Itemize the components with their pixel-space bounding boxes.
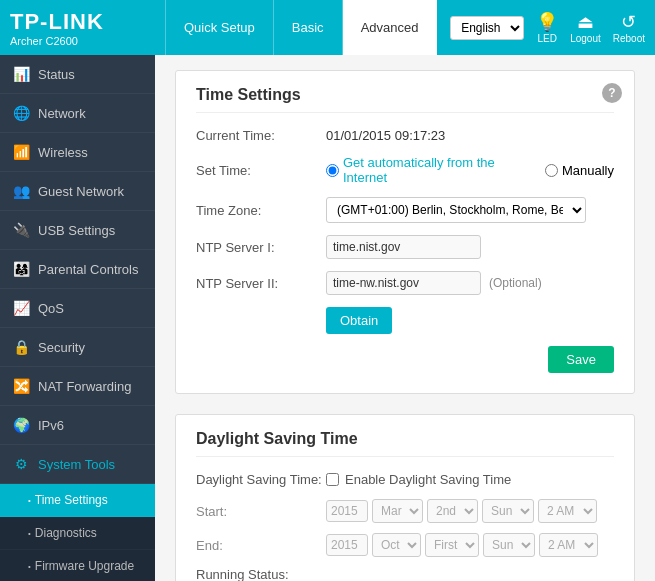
logo-area: TP-LINK Archer C2600	[10, 9, 165, 47]
ntp1-row: NTP Server I:	[196, 235, 614, 259]
sub-label-firmware: Firmware Upgrade	[35, 559, 134, 573]
running-status-label: Running Status:	[196, 567, 326, 581]
dst-enable-label: Daylight Saving Time:	[196, 472, 326, 487]
sidebar-item-usb-settings[interactable]: 🔌 USB Settings	[0, 211, 155, 250]
bullet-icon: •	[28, 496, 31, 505]
dst-start-row: Start: Mar 2nd Sun 2 AM	[196, 499, 614, 523]
logo-tp: TP-LINK	[10, 9, 165, 35]
dst-end-week[interactable]: First	[425, 533, 479, 557]
sub-label-time-settings: Time Settings	[35, 493, 108, 507]
dst-start-time[interactable]: 2 AM	[538, 499, 597, 523]
sub-item-firmware-upgrade[interactable]: • Firmware Upgrade	[0, 550, 155, 581]
header: TP-LINK Archer C2600 Quick Setup Basic A…	[0, 0, 655, 55]
reboot-icon: ↺	[621, 11, 636, 33]
sidebar-item-guest-network[interactable]: 👥 Guest Network	[0, 172, 155, 211]
daylight-saving-title: Daylight Saving Time	[196, 430, 614, 457]
sidebar-label-qos: QoS	[38, 301, 64, 316]
logo-model: Archer C2600	[10, 35, 165, 47]
ipv6-icon: 🌍	[12, 416, 30, 434]
led-button[interactable]: 💡 LED	[536, 11, 558, 44]
dst-start-week[interactable]: 2nd	[427, 499, 478, 523]
radio-manual-option[interactable]: Manually	[545, 163, 614, 178]
ntp1-label: NTP Server I:	[196, 240, 326, 255]
tab-advanced[interactable]: Advanced	[343, 0, 438, 55]
radio-auto-label: Get automatically from the Internet	[343, 155, 529, 185]
led-label: LED	[537, 33, 556, 44]
parental-icon: 👨‍👩‍👧	[12, 260, 30, 278]
sidebar-label-usb: USB Settings	[38, 223, 115, 238]
dst-start-year[interactable]	[326, 500, 368, 522]
status-icon: 📊	[12, 65, 30, 83]
dst-end-day[interactable]: Sun	[483, 533, 535, 557]
dst-end-month[interactable]: Oct	[372, 533, 421, 557]
ntp1-input[interactable]	[326, 235, 481, 259]
dst-enable-checkbox[interactable]	[326, 473, 339, 486]
radio-auto-input[interactable]	[326, 164, 339, 177]
sub-item-diagnostics[interactable]: • Diagnostics	[0, 517, 155, 550]
sidebar: 📊 Status 🌐 Network 📶 Wireless 👥 Guest Ne…	[0, 55, 155, 581]
current-time-label: Current Time:	[196, 128, 326, 143]
ntp2-input[interactable]	[326, 271, 481, 295]
sidebar-label-wireless: Wireless	[38, 145, 88, 160]
sidebar-label-ipv6: IPv6	[38, 418, 64, 433]
security-icon: 🔒	[12, 338, 30, 356]
sidebar-label-parental: Parental Controls	[38, 262, 138, 277]
sidebar-label-system-tools: System Tools	[38, 457, 115, 472]
time-settings-section: Time Settings ? Current Time: 01/01/2015…	[175, 70, 635, 394]
bullet-icon: •	[28, 562, 31, 571]
current-time-row: Current Time: 01/01/2015 09:17:23	[196, 128, 614, 143]
obtain-row: Obtain	[196, 307, 614, 334]
guest-network-icon: 👥	[12, 182, 30, 200]
bullet-icon: •	[28, 529, 31, 538]
radio-manual-input[interactable]	[545, 164, 558, 177]
sub-item-time-settings[interactable]: • Time Settings	[0, 484, 155, 517]
sidebar-item-qos[interactable]: 📈 QoS	[0, 289, 155, 328]
sidebar-item-ipv6[interactable]: 🌍 IPv6	[0, 406, 155, 445]
dst-start-day[interactable]: Sun	[482, 499, 534, 523]
dst-enable-text: Enable Daylight Saving Time	[345, 472, 511, 487]
dst-start-month[interactable]: Mar	[372, 499, 423, 523]
time-save-button[interactable]: Save	[548, 346, 614, 373]
dst-end-label: End:	[196, 538, 326, 553]
content-area: Time Settings ? Current Time: 01/01/2015…	[155, 55, 655, 581]
wireless-icon: 📶	[12, 143, 30, 161]
help-button[interactable]: ?	[602, 83, 622, 103]
sidebar-item-parental-controls[interactable]: 👨‍👩‍👧 Parental Controls	[0, 250, 155, 289]
sidebar-item-status[interactable]: 📊 Status	[0, 55, 155, 94]
tab-basic[interactable]: Basic	[274, 0, 343, 55]
dst-end-fields: Oct First Sun 2 AM	[326, 533, 598, 557]
system-tools-icon: ⚙	[12, 455, 30, 473]
sidebar-label-security: Security	[38, 340, 85, 355]
sidebar-label-status: Status	[38, 67, 75, 82]
language-select[interactable]: English	[450, 16, 524, 40]
dst-end-year[interactable]	[326, 534, 368, 556]
optional-label: (Optional)	[489, 276, 542, 290]
sidebar-item-nat-forwarding[interactable]: 🔀 NAT Forwarding	[0, 367, 155, 406]
dst-end-row: End: Oct First Sun 2 AM	[196, 533, 614, 557]
sidebar-item-system-tools[interactable]: ⚙ System Tools	[0, 445, 155, 484]
timezone-select[interactable]: (GMT+01:00) Berlin, Stockholm, Rome, Ber…	[326, 197, 586, 223]
tab-quick-setup[interactable]: Quick Setup	[165, 0, 274, 55]
ntp2-row: NTP Server II: (Optional)	[196, 271, 614, 295]
current-time-value: 01/01/2015 09:17:23	[326, 128, 445, 143]
logout-button[interactable]: ⏏ Logout	[570, 11, 601, 44]
timezone-label: Time Zone:	[196, 203, 326, 218]
sidebar-item-security[interactable]: 🔒 Security	[0, 328, 155, 367]
sidebar-label-network: Network	[38, 106, 86, 121]
set-time-row: Set Time: Get automatically from the Int…	[196, 155, 614, 185]
sidebar-item-wireless[interactable]: 📶 Wireless	[0, 133, 155, 172]
set-time-label: Set Time:	[196, 163, 326, 178]
running-status-row: Running Status:	[196, 567, 614, 581]
dst-end-time[interactable]: 2 AM	[539, 533, 598, 557]
dst-enable-checkbox-label[interactable]: Enable Daylight Saving Time	[326, 472, 511, 487]
reboot-label: Reboot	[613, 33, 645, 44]
dst-enable-row: Daylight Saving Time: Enable Daylight Sa…	[196, 472, 614, 487]
logout-label: Logout	[570, 33, 601, 44]
header-right: English 💡 LED ⏏ Logout ↺ Reboot	[450, 11, 645, 44]
reboot-button[interactable]: ↺ Reboot	[613, 11, 645, 44]
usb-icon: 🔌	[12, 221, 30, 239]
sidebar-item-network[interactable]: 🌐 Network	[0, 94, 155, 133]
dst-start-label: Start:	[196, 504, 326, 519]
radio-auto-option[interactable]: Get automatically from the Internet	[326, 155, 529, 185]
obtain-button[interactable]: Obtain	[326, 307, 392, 334]
